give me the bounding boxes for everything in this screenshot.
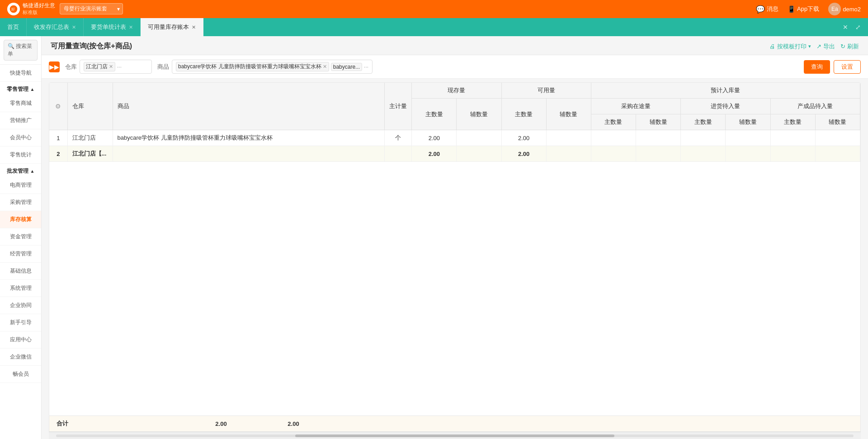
cell-inbound-aux-2	[726, 146, 770, 162]
footer-available-main: 2.00	[275, 420, 311, 427]
th-inbound-aux: 辅数量	[726, 114, 770, 130]
sidebar-item-marketing[interactable]: 营销推广	[0, 112, 41, 129]
sidebar-item-operations[interactable]: 经营管理	[0, 245, 41, 263]
sidebar-item-purchase[interactable]: 采购管理	[0, 194, 41, 211]
cell-inbound-main-1	[681, 130, 726, 146]
cell-current-aux-2	[457, 146, 501, 162]
product-label: 商品	[157, 63, 169, 71]
sidebar-item-newbie[interactable]: 新手引导	[0, 314, 41, 331]
app-name: 畅捷通好生意	[23, 2, 55, 9]
sidebar-item-system[interactable]: 系统管理	[0, 280, 41, 297]
sidebar-search-btn[interactable]: 🔍 搜索菜单	[4, 40, 38, 61]
download-icon: 📱	[788, 5, 795, 13]
cell-inbound-aux-1	[726, 130, 770, 146]
warehouse-tag: 江北门店 ✕	[84, 62, 115, 71]
sidebar-item-inventory[interactable]: 库存核算	[0, 211, 41, 228]
product-input[interactable]: babycare学饮杯 儿童防摔防撞吸管杯重力球吸嘴杯宝宝水杯 ✕ babyca…	[172, 60, 373, 74]
th-inbound-sub: 进货待入量	[681, 99, 770, 114]
product-more-btn[interactable]: ···	[364, 64, 368, 70]
close-window-btn[interactable]: ✕	[841, 23, 850, 32]
logo-icon: 好	[7, 3, 20, 15]
cell-purchase-aux-2	[636, 146, 681, 162]
sidebar-item-member2[interactable]: 畅会员	[0, 366, 41, 383]
user-menu[interactable]: Ea demo2	[828, 3, 861, 15]
tab-home[interactable]: 首页	[0, 18, 27, 36]
app-download-btn[interactable]: 📱 App下载	[788, 5, 819, 13]
cell-prod-aux-2	[815, 146, 860, 162]
sidebar-item-retail-mgmt[interactable]: 零售管理 ▲	[0, 82, 41, 95]
cell-current-main-1: 2.00	[412, 130, 457, 146]
th-purchase-main: 主数量	[591, 114, 636, 130]
sidebar-item-wholesale[interactable]: 批发管理 ▲	[0, 164, 41, 177]
warehouse-label: 仓库	[65, 63, 77, 71]
settings-button[interactable]: 设置	[834, 60, 861, 74]
cell-current-aux-1	[457, 130, 501, 146]
sidebar: 🔍 搜索菜单 快捷导航 零售管理 ▲ 零售商城 营销推广 会员中心 零售统计 批…	[0, 36, 42, 439]
export-btn[interactable]: ↗ 导出	[816, 42, 835, 51]
cell-prod-main-1	[770, 130, 815, 146]
page-title: 可用量查询(按仓库+商品)	[51, 42, 132, 51]
tab-close-stock-summary[interactable]: ✕	[72, 24, 76, 30]
cell-available-main-1: 2.00	[501, 130, 546, 146]
cell-prod-main-2	[770, 146, 815, 162]
th-purchase-sub: 采购在途量	[591, 99, 680, 114]
horizontal-scrollbar[interactable]	[49, 432, 861, 439]
th-available-group: 可用量	[501, 83, 591, 99]
th-product: 商品	[113, 83, 385, 130]
sidebar-search-area: 🔍 搜索菜单	[0, 36, 41, 65]
table-footer: 合计 2.00 2.00	[49, 416, 861, 432]
th-current-aux: 辅数量	[457, 99, 501, 130]
tab-available-stock[interactable]: 可用量库存账本 ✕	[141, 18, 203, 36]
th-available-main: 主数量	[501, 99, 546, 130]
cell-product-1: babycare学饮杯 儿童防摔防撞吸管杯重力球吸嘴杯宝宝水杯	[113, 130, 385, 146]
sidebar-item-quick-nav[interactable]: 快捷导航	[0, 65, 41, 82]
refresh-btn[interactable]: ↻ 刷新	[840, 42, 859, 51]
tab-bar: 首页 收发存汇总表 ✕ 要货单统计表 ✕ 可用量库存账本 ✕ ✕ ⤢	[0, 18, 868, 36]
sidebar-item-app-center[interactable]: 应用中心	[0, 331, 41, 349]
filter-expand-btn[interactable]: ▶▶	[49, 61, 60, 72]
warehouse-more-btn[interactable]: ···	[117, 64, 122, 70]
avatar: Ea	[828, 3, 841, 15]
sidebar-item-ecommerce[interactable]: 电商管理	[0, 177, 41, 194]
data-table: ⚙ 仓库 商品 主计量 现存量 可用量 预计入库量 主数量 辅数量 主数量 辅数…	[49, 83, 860, 162]
cell-current-main-2: 2.00	[412, 146, 457, 162]
th-production-sub: 产成品待入量	[770, 99, 860, 114]
tab-close-available-stock[interactable]: ✕	[192, 24, 196, 30]
chevron-down-icon: ▲	[30, 87, 35, 92]
tab-stock-summary[interactable]: 收发存汇总表 ✕	[27, 18, 84, 36]
th-settings[interactable]: ⚙	[49, 83, 67, 130]
header-actions: 🖨 按模板打印 ▾ ↗ 导出 ↻ 刷新	[769, 42, 859, 51]
product-tag-close[interactable]: ✕	[323, 64, 327, 70]
query-button[interactable]: 查询	[804, 60, 830, 74]
warehouse-input[interactable]: 江北门店 ✕ ···	[80, 60, 152, 74]
template-print-btn[interactable]: 🖨 按模板打印 ▾	[769, 42, 811, 51]
message-btn[interactable]: 💬 消息	[756, 5, 778, 14]
sidebar-item-finance[interactable]: 资金管理	[0, 228, 41, 245]
sidebar-item-retail-mall[interactable]: 零售商城	[0, 95, 41, 112]
cell-purchase-aux-1	[636, 130, 681, 146]
cell-unit-2	[385, 146, 412, 162]
footer-current-main: 2.00	[203, 420, 239, 427]
cell-purchase-main-1	[591, 130, 636, 146]
sidebar-item-member[interactable]: 会员中心	[0, 129, 41, 146]
sidebar-item-basics[interactable]: 基础信息	[0, 263, 41, 280]
tab-order-stats[interactable]: 要货单统计表 ✕	[84, 18, 141, 36]
cell-warehouse-2: 江北门店【...	[67, 146, 113, 162]
message-icon: 💬	[756, 5, 765, 14]
maximize-window-btn[interactable]: ⤢	[854, 23, 863, 32]
warehouse-tag-close[interactable]: ✕	[109, 64, 113, 70]
sidebar-item-wechat[interactable]: 企业微信	[0, 349, 41, 366]
cell-index-1: 1	[49, 130, 67, 146]
th-incoming-group: 预计入库量	[591, 83, 860, 99]
store-selector[interactable]: 母婴行业演示账套 ▾	[60, 3, 123, 14]
cell-inbound-main-2	[681, 146, 726, 162]
sidebar-item-enterprise[interactable]: 企业协同	[0, 297, 41, 314]
header-right: 💬 消息 📱 App下载 Ea demo2	[756, 3, 861, 15]
cell-index-2: 2	[49, 146, 67, 162]
cell-available-aux-2	[546, 146, 591, 162]
scroll-thumb[interactable]	[295, 434, 614, 437]
refresh-icon: ↻	[840, 43, 845, 50]
tab-close-order-stats[interactable]: ✕	[129, 24, 133, 30]
cell-available-aux-1	[546, 130, 591, 146]
sidebar-item-retail-stats[interactable]: 零售统计	[0, 146, 41, 164]
